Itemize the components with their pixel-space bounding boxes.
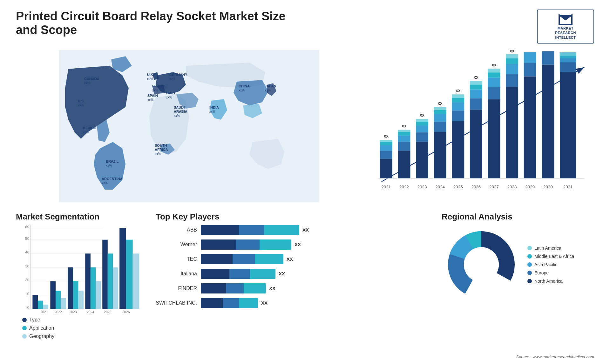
player-bar-seg3-italiana [250,269,275,279]
regional-section: Regional Analysis [442,212,594,333]
svg-text:40: 40 [25,250,29,254]
svg-rect-9 [380,140,392,142]
top-section: CANADA xx% U.S. xx% MEXICO xx% BRAZIL xx… [16,50,594,202]
reg-legend-north-america: North America [527,279,574,284]
svg-rect-36 [452,98,464,102]
svg-rect-67 [542,51,554,64]
player-bar-seg2-tec [233,254,255,264]
svg-text:2023: 2023 [69,310,77,314]
svg-rect-28 [434,114,446,122]
svg-rect-110 [113,267,118,309]
player-bar-finder [201,283,266,293]
svg-rect-50 [488,72,500,78]
reg-legend-mea: Middle East & Africa [527,254,574,259]
svg-text:2025: 2025 [453,184,463,189]
svg-text:0: 0 [27,306,29,309]
svg-text:2021: 2021 [381,184,391,189]
player-name-switchlab: SWITCHLAB INC. [156,300,197,306]
svg-rect-66 [542,64,554,178]
players-section: Top Key Players ABB XX [156,212,435,333]
player-bar-seg2-werner [236,239,260,250]
map-value-china: xx% [239,89,245,92]
svg-rect-13 [398,142,410,151]
logo-icon [558,13,573,26]
reg-label-north-america: North America [534,279,563,284]
legend-geography: Geography [22,334,149,339]
map-label-china: CHINA [239,84,250,88]
reg-dot-latin-america [527,246,532,250]
svg-text:XX: XX [384,134,389,138]
player-bar-wrap-finder: XX [201,283,435,293]
svg-rect-14 [398,136,410,142]
svg-text:2027: 2027 [489,184,499,189]
map-label-uk: U.K. [147,73,154,77]
svg-rect-100 [68,267,73,309]
svg-rect-98 [61,298,66,309]
player-bar-switchlab [201,298,258,308]
svg-rect-94 [43,305,49,309]
svg-text:60: 60 [25,225,29,229]
map-value-argentina: xx% [102,181,108,185]
svg-rect-61 [524,76,536,178]
svg-rect-6 [380,151,392,159]
player-row-finder: FINDER XX [156,283,435,293]
svg-text:2022: 2022 [399,184,409,189]
svg-rect-30 [434,107,446,110]
map-area: CANADA xx% U.S. xx% MEXICO xx% BRAZIL xx… [16,50,362,202]
svg-text:XX: XX [456,89,461,93]
map-label-italy: ITALY [166,91,176,95]
map-label-canada: CANADA [84,77,99,81]
map-value-italy: xx% [166,96,172,99]
svg-text:2029: 2029 [525,184,535,189]
player-xx-werner: XX [295,242,301,247]
map-value-spain: xx% [147,98,153,102]
player-bar-seg3-abb [264,225,299,235]
player-name-italiana: Italiana [156,271,197,277]
player-bar-tec [201,254,283,264]
svg-rect-44 [470,81,482,84]
header: Printed Circuit Board Relay Socket Marke… [16,10,594,44]
reg-dot-asia-pacific [527,262,532,267]
svg-rect-101 [73,281,78,309]
bottom-section: Market Segmentation 0 10 20 30 40 50 60 [16,212,594,333]
player-bar-abb [201,225,299,235]
player-name-abb: ABB [156,227,197,233]
map-value-saudi: xx% [174,114,180,118]
svg-rect-62 [524,63,536,76]
map-label-southafrica: SOUTH [155,144,167,147]
svg-text:2023: 2023 [417,184,427,189]
svg-rect-16 [398,130,410,132]
player-bar-seg2-abb [239,225,264,235]
segmentation-title: Market Segmentation [16,212,149,222]
player-bar-seg3-tec [255,254,283,264]
svg-text:XX: XX [491,63,497,67]
player-name-tec: TEC [156,256,197,262]
player-xx-tec: XX [287,256,293,262]
segmentation-chart: 0 10 20 30 40 50 60 [16,225,149,314]
svg-rect-5 [380,159,392,179]
player-bar-seg1-switchlab [201,298,223,308]
player-bar-wrap-switchlab: XX [201,298,435,308]
logo-text: MARKET RESEARCH INTELLECT [555,26,576,40]
svg-text:2031: 2031 [563,184,573,189]
svg-text:2025: 2025 [104,310,111,314]
player-bar-wrap-werner: XX [201,239,435,250]
player-bar-seg3-werner [260,239,291,250]
player-row-werner: Werner XX [156,239,435,250]
svg-text:2030: 2030 [543,184,553,189]
map-value-japan: xx% [265,89,271,92]
donut-chart [442,225,521,304]
map-label-us: U.S. [78,99,85,103]
svg-rect-102 [78,291,84,309]
map-label-saudi2: ARABIA [174,110,187,113]
player-row-switchlab: SWITCHLAB INC. XX [156,298,435,308]
svg-rect-49 [488,78,500,87]
map-value-uk: xx% [147,77,153,81]
svg-rect-35 [452,102,464,111]
svg-text:XX: XX [510,50,515,53]
svg-text:20: 20 [25,278,29,282]
map-label-southafrica2: AFRICA [155,148,168,152]
player-bar-seg1-abb [201,225,239,235]
svg-rect-42 [470,90,482,98]
map-label-india: INDIA [209,105,219,109]
